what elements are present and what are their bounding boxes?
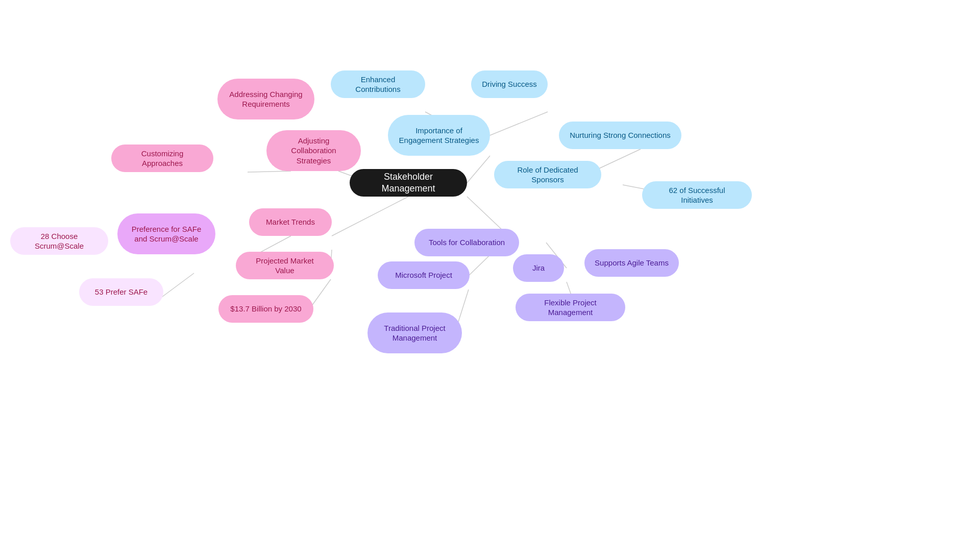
preference-label: Preference for SAFe and Scrum@Scale bbox=[128, 224, 205, 244]
successful-node: 62 of Successful Initiatives bbox=[642, 181, 752, 209]
flexible-node: Flexible Project Management bbox=[516, 294, 625, 321]
billion-label: $13.7 Billion by 2030 bbox=[230, 304, 301, 314]
svg-line-1 bbox=[467, 156, 490, 183]
market-trends-node: Market Trends bbox=[249, 208, 332, 236]
jira-node: Jira bbox=[513, 254, 564, 282]
nurturing-node: Nurturing Strong Connections bbox=[559, 122, 681, 149]
traditional-node: Traditional Project Management bbox=[368, 312, 462, 353]
supports-node: Supports Agile Teams bbox=[584, 249, 679, 277]
choose-label: 28 Choose Scrum@Scale bbox=[20, 231, 98, 251]
role-node: Role of Dedicated Sponsors bbox=[494, 161, 601, 188]
prefer-safe-node: 53 Prefer SAFe bbox=[79, 278, 163, 306]
microsoft-node: Microsoft Project bbox=[378, 261, 470, 289]
center-label: Stakeholder Management bbox=[360, 171, 457, 195]
flexible-label: Flexible Project Management bbox=[526, 298, 615, 318]
microsoft-label: Microsoft Project bbox=[395, 270, 452, 280]
enhanced-label: Enhanced Contributions bbox=[341, 75, 415, 94]
successful-label: 62 of Successful Initiatives bbox=[652, 185, 742, 205]
jira-label: Jira bbox=[532, 263, 545, 273]
driving-label: Driving Success bbox=[482, 79, 537, 89]
traditional-label: Traditional Project Management bbox=[378, 323, 452, 343]
nurturing-label: Nurturing Strong Connections bbox=[570, 130, 671, 140]
projected-label: Projected Market Value bbox=[246, 256, 324, 276]
svg-line-8 bbox=[490, 112, 548, 135]
svg-line-13 bbox=[458, 290, 469, 322]
projected-node: Projected Market Value bbox=[236, 252, 334, 279]
supports-label: Supports Agile Teams bbox=[595, 258, 669, 268]
addressing-label: Addressing Changing Requirements bbox=[228, 89, 304, 109]
adjusting-label: Adjusting Collaboration Strategies bbox=[277, 136, 351, 166]
role-label: Role of Dedicated Sponsors bbox=[504, 165, 591, 185]
tools-node: Tools for Collaboration bbox=[414, 229, 519, 256]
center-node: Stakeholder Management bbox=[350, 169, 467, 197]
svg-line-17 bbox=[311, 279, 331, 306]
svg-line-18 bbox=[259, 236, 291, 253]
svg-line-6 bbox=[248, 171, 291, 172]
prefer-safe-label: 53 Prefer SAFe bbox=[95, 287, 148, 297]
driving-node: Driving Success bbox=[471, 70, 548, 98]
tools-label: Tools for Collaboration bbox=[429, 237, 505, 248]
preference-node: Preference for SAFe and Scrum@Scale bbox=[117, 213, 215, 254]
billion-node: $13.7 Billion by 2030 bbox=[218, 295, 313, 323]
svg-line-20 bbox=[158, 273, 194, 300]
engagement-node: Importance of Engagement Strategies bbox=[388, 115, 490, 156]
choose-node: 28 Choose Scrum@Scale bbox=[10, 227, 108, 255]
svg-line-3 bbox=[332, 197, 408, 236]
market-trends-label: Market Trends bbox=[266, 217, 315, 227]
engagement-label: Importance of Engagement Strategies bbox=[398, 126, 480, 146]
customizing-node: Customizing Approaches bbox=[111, 145, 213, 172]
customizing-label: Customizing Approaches bbox=[121, 149, 203, 169]
addressing-node: Addressing Changing Requirements bbox=[217, 79, 314, 119]
enhanced-node: Enhanced Contributions bbox=[331, 70, 425, 98]
adjusting-node: Adjusting Collaboration Strategies bbox=[266, 130, 361, 171]
